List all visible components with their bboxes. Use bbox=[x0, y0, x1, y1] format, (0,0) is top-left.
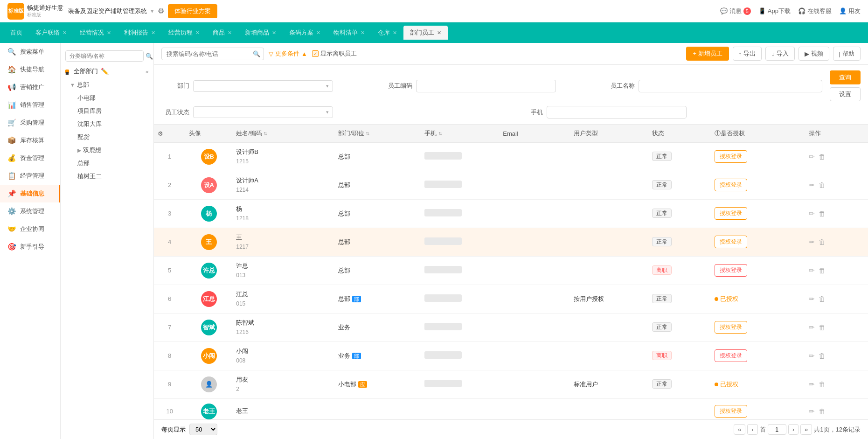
auth-login-button[interactable]: 授权登录 bbox=[715, 321, 747, 334]
settings-icon[interactable]: ⚙ bbox=[158, 130, 163, 137]
sidebar-item-basic[interactable]: 📌 基础信息 bbox=[0, 185, 60, 202]
edit-icon[interactable]: ✏ bbox=[809, 380, 815, 389]
emp-code-input[interactable] bbox=[416, 80, 556, 92]
delete-icon[interactable]: 🗑 bbox=[819, 181, 826, 189]
tab-customer[interactable]: 客户联络 ✕ bbox=[29, 26, 73, 40]
edit-icon[interactable]: ✏ bbox=[809, 295, 815, 303]
user-btn[interactable]: 👤 用友 bbox=[839, 7, 861, 15]
sidebar-item-inventory[interactable]: 📦 库存核算 bbox=[0, 132, 60, 149]
filter-more-btn[interactable]: ▽ 更多条件 ▲ bbox=[269, 49, 307, 58]
help-button[interactable]: | 帮助 bbox=[833, 47, 861, 61]
tab-close-profit[interactable]: ✕ bbox=[151, 30, 155, 36]
tree-edit-icon[interactable]: ✏️ bbox=[101, 68, 109, 75]
phone-input[interactable] bbox=[547, 106, 687, 118]
tab-close-dept[interactable]: ✕ bbox=[437, 30, 441, 36]
delete-icon[interactable]: 🗑 bbox=[819, 266, 826, 275]
sidebar-item-system[interactable]: ⚙️ 系统管理 bbox=[0, 202, 60, 220]
auth-login-button[interactable]: 授权登录 bbox=[715, 179, 747, 191]
gear-icon[interactable]: ⚙ bbox=[158, 7, 164, 15]
add-employee-button[interactable]: + 新增员工 bbox=[686, 47, 729, 61]
tree-collapse-icon[interactable]: « bbox=[146, 68, 149, 75]
auth-login-button[interactable]: 授权登录 bbox=[715, 150, 747, 163]
tree-node-zongbu[interactable]: 总部 bbox=[61, 157, 153, 170]
tab-profit[interactable]: 利润报告 ✕ bbox=[118, 26, 162, 40]
tree-toggle-headquarters[interactable]: ▼ bbox=[70, 82, 75, 88]
edit-icon[interactable]: ✏ bbox=[809, 209, 815, 218]
message-btn[interactable]: 💬 消息 5 bbox=[720, 7, 751, 15]
delete-icon[interactable]: 🗑 bbox=[819, 407, 826, 416]
first-page-btn[interactable]: « bbox=[734, 424, 745, 435]
col-dept-position[interactable]: 部门/职位 ⇅ bbox=[334, 125, 421, 143]
search-button[interactable]: 查询 bbox=[830, 70, 861, 84]
tree-node-shuanglu[interactable]: ▶ 双鹿想 bbox=[61, 144, 153, 157]
sidebar-item-business[interactable]: 📋 经营管理 bbox=[0, 167, 60, 185]
tree-node-zhishu[interactable]: 植树王二 bbox=[61, 170, 153, 183]
tab-barcode[interactable]: 条码方案 ✕ bbox=[283, 26, 327, 40]
page-size-select[interactable]: 50 20 100 bbox=[189, 424, 217, 435]
tree-search-input[interactable] bbox=[65, 50, 144, 62]
next-page-btn[interactable]: › bbox=[788, 424, 799, 435]
tab-close-barcode[interactable]: ✕ bbox=[316, 30, 320, 36]
tab-home[interactable]: 首页 bbox=[4, 26, 29, 40]
tree-toggle-shuanglu[interactable]: ▶ bbox=[77, 147, 81, 153]
auth-login-button[interactable]: 授权登录 bbox=[715, 207, 747, 220]
reset-button[interactable]: 设置 bbox=[830, 87, 861, 101]
search-input[interactable] bbox=[161, 48, 264, 60]
sidebar-item-purchase[interactable]: 🛒 采购管理 bbox=[0, 114, 60, 132]
tab-close-warehouse[interactable]: ✕ bbox=[393, 30, 397, 36]
tab-history[interactable]: 经营历程 ✕ bbox=[162, 26, 206, 40]
edit-icon[interactable]: ✏ bbox=[809, 323, 815, 332]
sidebar-item-nav[interactable]: 🏠 快捷导航 bbox=[0, 61, 60, 78]
auth-login-button-resigned[interactable]: 授权登录 bbox=[715, 264, 747, 277]
tab-goods[interactable]: 商品 ✕ bbox=[206, 26, 238, 40]
tab-close-goods[interactable]: ✕ bbox=[228, 30, 232, 36]
tab-close-bom[interactable]: ✕ bbox=[361, 30, 365, 36]
sidebar-item-search[interactable]: 🔍 搜索菜单 bbox=[0, 43, 60, 61]
tab-close-operation[interactable]: ✕ bbox=[107, 30, 111, 36]
col-name-code[interactable]: 姓名/编码 ⇅ bbox=[232, 125, 334, 143]
show-resigned-toggle[interactable]: 显示离职员工 bbox=[312, 49, 357, 58]
online-service-btn[interactable]: 🎧 在线客服 bbox=[798, 7, 832, 15]
tab-operation[interactable]: 经营情况 ✕ bbox=[73, 26, 118, 40]
auth-login-button-resigned[interactable]: 授权登录 bbox=[715, 349, 747, 362]
sort-name-icon[interactable]: ⇅ bbox=[264, 131, 267, 136]
resigned-checkbox[interactable] bbox=[312, 50, 319, 57]
sort-phone-icon[interactable]: ⇅ bbox=[438, 131, 442, 136]
delete-icon[interactable]: 🗑 bbox=[819, 209, 826, 218]
tab-close-customer[interactable]: ✕ bbox=[62, 30, 67, 36]
auth-login-button[interactable]: 授权登录 bbox=[715, 405, 747, 418]
tab-dept-employee[interactable]: 部门员工 ✕ bbox=[403, 26, 448, 40]
view-button[interactable]: ▶ 视频 bbox=[799, 47, 829, 61]
edit-icon[interactable]: ✏ bbox=[809, 181, 815, 189]
tree-node-shenyang[interactable]: 沈阳大库 bbox=[61, 118, 153, 131]
emp-name-input[interactable] bbox=[639, 80, 822, 92]
tab-new-goods[interactable]: 新增商品 ✕ bbox=[238, 26, 283, 40]
edit-icon[interactable]: ✏ bbox=[809, 238, 815, 246]
page-input[interactable] bbox=[768, 424, 786, 435]
tree-node-headquarters[interactable]: ▼ 总部 bbox=[61, 78, 153, 91]
tab-warehouse[interactable]: 仓库 ✕ bbox=[371, 26, 403, 40]
edit-icon[interactable]: ✏ bbox=[809, 352, 815, 360]
last-page-btn[interactable]: » bbox=[800, 424, 812, 435]
prev-page-btn[interactable]: ‹ bbox=[747, 424, 757, 435]
sidebar-item-sales[interactable]: 📊 销售管理 bbox=[0, 96, 60, 114]
sort-dept-icon[interactable]: ⇅ bbox=[366, 131, 369, 136]
auth-login-button[interactable]: 授权登录 bbox=[715, 236, 747, 248]
tree-node-project[interactable]: 项目库房 bbox=[61, 105, 153, 118]
status-select[interactable]: ▾ bbox=[193, 106, 333, 118]
dept-select[interactable]: ▾ bbox=[193, 80, 333, 92]
sidebar-item-finance[interactable]: 💰 资金管理 bbox=[0, 149, 60, 167]
delete-icon[interactable]: 🗑 bbox=[819, 295, 826, 303]
edit-icon[interactable]: ✏ bbox=[809, 266, 815, 275]
delete-icon[interactable]: 🗑 bbox=[819, 153, 826, 161]
col-settings[interactable]: ⚙ bbox=[154, 125, 185, 143]
tab-close-history[interactable]: ✕ bbox=[195, 30, 200, 36]
delete-icon[interactable]: 🗑 bbox=[819, 352, 826, 360]
delete-icon[interactable]: 🗑 bbox=[819, 323, 826, 332]
tree-node-delivery[interactable]: 配货 bbox=[61, 131, 153, 144]
tree-node-xiaodian[interactable]: 小电部 bbox=[61, 91, 153, 105]
sidebar-item-marketing[interactable]: 📢 营销推广 bbox=[0, 78, 60, 96]
app-download-btn[interactable]: 📱 App下载 bbox=[758, 7, 791, 15]
sidebar-item-collab[interactable]: 🤝 企业协同 bbox=[0, 220, 60, 238]
edit-icon[interactable]: ✏ bbox=[809, 153, 815, 161]
